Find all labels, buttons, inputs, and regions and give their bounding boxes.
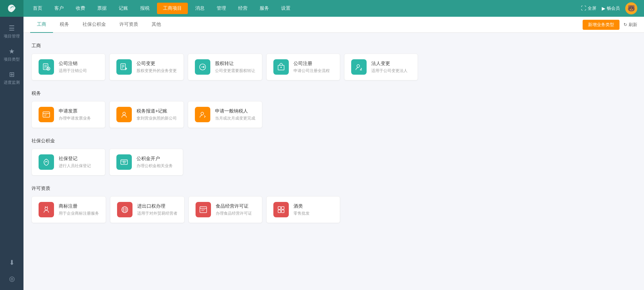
location-icon: ◎ (9, 275, 15, 283)
nav-manage[interactable]: 管理 (211, 0, 232, 17)
nav-fee[interactable]: 收费 (70, 0, 91, 17)
company-change-desc: 股权变更外的业务变更 (137, 68, 177, 74)
import-export-desc: 适用于对外贸易经营者 (137, 211, 177, 216)
list-icon: ☰ (9, 24, 15, 32)
sidebar-help-btn[interactable]: ◎ (0, 271, 23, 287)
liquor-desc: 零售批发 (293, 211, 310, 216)
company-register-title: 公司注册 (293, 61, 330, 67)
company-cancel-title: 公司注销 (59, 61, 87, 67)
card-tax-report-accounting[interactable]: 税务报道+记账 拿到营业执照的新公司 (109, 101, 184, 128)
card-company-register[interactable]: 公司注册 申请公司注册全流程 (266, 54, 340, 80)
fullscreen-btn[interactable]: ⛶ 全屏 (581, 5, 596, 11)
legal-person-change-title: 法人变更 (371, 61, 408, 67)
nav-operation[interactable]: 经营 (232, 0, 254, 17)
apply-invoice-title: 申请发票 (59, 108, 91, 114)
social-insurance-icon (39, 154, 54, 170)
svg-point-24 (45, 207, 48, 210)
food-license-info: 食品经营许可证 办理食品经营许可证 (216, 203, 252, 216)
liquor-title: 酒类 (293, 203, 310, 209)
vip-btn[interactable]: ▶ 畅会员 (602, 5, 620, 11)
trademark-desc: 用于企业商标注册服务 (59, 211, 99, 216)
section-title-industry: 工商 (32, 43, 636, 49)
provident-fund-desc: 办理公积金相关业务 (137, 163, 173, 169)
fullscreen-label: 全屏 (588, 5, 596, 11)
nav-invoice[interactable]: 票据 (91, 0, 113, 17)
add-type-button[interactable]: 新增业务类型 (583, 20, 620, 30)
equity-transfer-icon (195, 59, 210, 75)
card-legal-person-change[interactable]: 法人变更 适用于公司变更法人 (344, 54, 418, 80)
card-equity-transfer[interactable]: 股权转让 公司变更需要股权转让 (188, 54, 262, 80)
card-provident-fund[interactable]: 公积金开户 办理公积金相关业务 (109, 149, 183, 175)
card-trademark[interactable]: 商标注册 用于企业商标注册服务 (32, 196, 106, 223)
main-layout: ☰ 项目管理 ★ 项目类型 ⊞ 进度监测 ⬇ ◎ 工商 税务 社保公积金 许可资… (0, 17, 644, 290)
section-title-social: 社保公积金 (32, 138, 636, 144)
tab-social-insurance[interactable]: 社保公积金 (76, 17, 113, 33)
nav-items: 首页 客户 收费 票据 记账 报税 工商项目 消息 管理 经营 服务 设置 (23, 0, 581, 17)
trademark-title: 商标注册 (59, 203, 99, 209)
refresh-button[interactable]: ↻ 刷新 (624, 22, 637, 28)
sidebar-item-project-type[interactable]: ★ 项目类型 (0, 43, 23, 66)
social-insurance-info: 社保登记 进行人员社保登记 (59, 156, 91, 169)
food-license-icon (196, 202, 211, 217)
cards-grid-qualification: 商标注册 用于企业商标注册服务 进出口权办理 适用于对外贸易经营者 (32, 196, 636, 223)
import-export-icon (117, 202, 132, 217)
social-insurance-title: 社保登记 (59, 156, 91, 162)
section-title-tax: 税务 (32, 90, 636, 96)
svg-point-19 (123, 112, 125, 115)
sidebar-download-btn[interactable]: ⬇ (0, 255, 23, 271)
star-icon: ★ (9, 47, 15, 55)
apply-taxpayer-desc: 当月或次月成变更完成 (215, 116, 255, 121)
company-cancel-icon (39, 59, 54, 75)
nav-service[interactable]: 服务 (254, 0, 275, 17)
company-change-icon (116, 59, 132, 75)
svg-rect-38 (278, 210, 281, 213)
sidebar-bottom: ⬇ ◎ (0, 255, 23, 287)
card-apply-invoice[interactable]: 申请发票 办理申请发票业务 (32, 101, 105, 128)
equity-transfer-desc: 公司变更需要股权转让 (215, 68, 255, 74)
social-insurance-desc: 进行人员社保登记 (59, 163, 91, 169)
nav-industry[interactable]: 工商项目 (157, 3, 188, 14)
liquor-info: 酒类 零售批发 (293, 203, 310, 216)
svg-rect-37 (281, 207, 284, 209)
svg-rect-15 (43, 112, 50, 117)
tab-industry[interactable]: 工商 (30, 17, 53, 33)
apply-taxpayer-info: 申请一般纳税人 当月或次月成变更完成 (215, 108, 255, 121)
equity-transfer-title: 股权转让 (215, 61, 255, 67)
nav-customer[interactable]: 客户 (48, 0, 70, 17)
card-import-export[interactable]: 进出口权办理 适用于对外贸易经营者 (110, 196, 184, 223)
nav-message[interactable]: 消息 (189, 0, 211, 17)
provident-fund-icon (116, 154, 132, 170)
nav-home[interactable]: 首页 (27, 0, 48, 17)
card-food-license[interactable]: 食品经营许可证 办理食品经营许可证 (189, 196, 262, 223)
card-social-insurance[interactable]: 社保登记 进行人员社保登记 (32, 149, 105, 175)
nav-settings[interactable]: 设置 (275, 0, 297, 17)
vip-label: 畅会员 (607, 5, 620, 11)
sidebar-item-progress[interactable]: ⊞ 进度监测 (0, 66, 23, 89)
svg-point-22 (123, 161, 125, 163)
nav-tax[interactable]: 报税 (134, 0, 156, 17)
user-avatar[interactable]: 🐻 (625, 2, 637, 14)
card-apply-taxpayer[interactable]: 申请一般纳税人 当月或次月成变更完成 (188, 101, 262, 128)
legal-person-change-info: 法人变更 适用于公司变更法人 (371, 61, 408, 74)
nav-accounting[interactable]: 记账 (113, 0, 134, 17)
card-company-cancel[interactable]: 公司注销 适用于注销公司 (32, 54, 105, 80)
card-company-change[interactable]: 公司变更 股权变更外的业务变更 (109, 54, 184, 80)
logo[interactable] (0, 0, 23, 17)
food-license-desc: 办理食品经营许可证 (216, 211, 252, 216)
refresh-label: 刷新 (629, 22, 637, 28)
company-change-info: 公司变更 股权变更外的业务变更 (137, 61, 177, 74)
tab-other[interactable]: 其他 (145, 17, 168, 33)
card-liquor[interactable]: 酒类 零售批发 (266, 196, 340, 223)
grid-icon: ⊞ (9, 70, 15, 78)
scroll-content: 工商 公司注销 适用于注销公司 公司变更 (23, 33, 644, 290)
apply-taxpayer-title: 申请一般纳税人 (215, 108, 255, 114)
tab-bar: 工商 税务 社保公积金 许可资质 其他 新增业务类型 ↻ 刷新 (23, 17, 644, 33)
sidebar-item-project-manage[interactable]: ☰ 项目管理 (0, 20, 23, 43)
section-title-qualification: 许可资质 (32, 186, 636, 192)
tax-report-info: 税务报道+记账 拿到营业执照的新公司 (137, 108, 177, 121)
tab-tax[interactable]: 税务 (53, 17, 76, 33)
svg-rect-39 (281, 210, 284, 213)
company-cancel-desc: 适用于注销公司 (59, 68, 87, 74)
food-license-title: 食品经营许可证 (216, 203, 252, 209)
tab-qualification[interactable]: 许可资质 (113, 17, 145, 33)
